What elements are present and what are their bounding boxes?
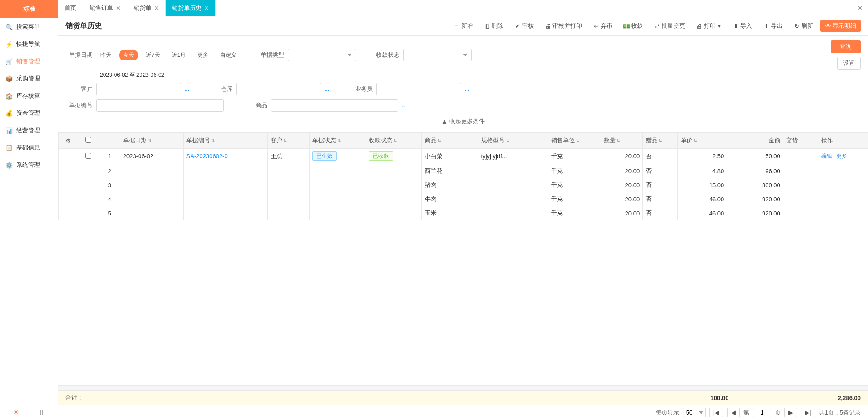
sidebar-item-inventory[interactable]: 🏠 库存核算 <box>0 87 58 105</box>
sidebar-item-finance[interactable]: 💰 资金管理 <box>0 105 58 122</box>
filter-customer-input[interactable] <box>96 83 181 95</box>
import-button[interactable]: ⬇ 导入 <box>729 20 756 32</box>
batch-change-button[interactable]: ⇄ 批量变更 <box>650 20 689 32</box>
page-size-select[interactable]: 50 100 200 <box>683 408 706 417</box>
filter-warehouse-ellipsis[interactable]: ... <box>325 86 329 92</box>
collect-icon: 💵 <box>623 23 630 29</box>
sidebar-item-basic-info[interactable]: 📋 基础信息 <box>0 139 58 156</box>
sort-order-status[interactable]: 单据状态 ⇅ <box>312 136 362 145</box>
col-pay-status[interactable]: 收款状态 ⇅ <box>366 133 421 149</box>
sort-spec[interactable]: 规格型号 ⇅ <box>481 136 545 145</box>
sort-code[interactable]: 单据编号 ⇅ <box>186 136 265 145</box>
refresh-button[interactable]: ↻ 刷新 <box>790 20 817 32</box>
date-tag-7days[interactable]: 近7天 <box>142 50 164 60</box>
filter-goods-ellipsis[interactable]: ... <box>402 102 406 109</box>
setting-button[interactable]: 设置 <box>837 57 861 70</box>
add-button[interactable]: ＋ 新增 <box>450 20 477 32</box>
sidebar-item-search-menu[interactable]: 🔍 搜索菜单 <box>0 18 58 35</box>
col-unit[interactable]: 销售单位 ⇅ <box>548 133 601 149</box>
row-checkbox-0[interactable] <box>78 149 99 164</box>
filter-staff-ellipsis[interactable]: ... <box>465 86 469 92</box>
row-pay-status-2 <box>366 178 421 192</box>
col-gift[interactable]: 赠品 ⇅ <box>643 133 678 149</box>
date-tag-yesterday[interactable]: 昨天 <box>96 50 115 60</box>
col-date[interactable]: 单据日期 ⇅ <box>120 133 183 149</box>
sort-qty[interactable]: 数量 ⇅ <box>604 136 640 145</box>
col-spec[interactable]: 规格型号 ⇅ <box>478 133 548 149</box>
sun-icon[interactable]: ☀ <box>13 408 19 416</box>
pause-icon[interactable]: ⏸ <box>38 408 45 416</box>
row-check-0[interactable] <box>85 153 91 159</box>
sort-price[interactable]: 单价 ⇅ <box>681 136 724 145</box>
row-more-btn-0[interactable]: 更多 <box>836 153 847 159</box>
sort-pay-status[interactable]: 收款状态 ⇅ <box>369 136 419 145</box>
filter-customer-ellipsis[interactable]: ... <box>185 86 189 92</box>
tab-home[interactable]: 首页 <box>58 0 83 16</box>
filter-docno-input[interactable] <box>96 99 224 112</box>
row-code-link-0[interactable]: SA-20230602-0 <box>186 153 228 160</box>
filter-warehouse-input[interactable] <box>236 83 321 95</box>
date-tag-more[interactable]: 更多 <box>193 50 212 60</box>
row-checkbox-1[interactable] <box>78 164 99 178</box>
tab-sales-delivery-close[interactable]: ✕ <box>154 5 159 11</box>
table-row: 3 猪肉 千克 20.00 否 15.00 300.00 <box>59 178 868 192</box>
select-all-checkbox[interactable] <box>85 137 91 143</box>
tab-sales-history[interactable]: 销货单历史 ✕ <box>166 0 216 16</box>
page-prev-button[interactable]: ◀ <box>727 408 740 417</box>
row-checkbox-2[interactable] <box>78 178 99 192</box>
sort-unit[interactable]: 销售单位 ⇅ <box>551 136 598 145</box>
date-tag-today[interactable]: 今天 <box>119 50 138 60</box>
sidebar-item-label: 资金管理 <box>16 109 40 117</box>
export-icon: ⬆ <box>763 23 769 29</box>
audit-print-button[interactable]: 🖨 审核并打印 <box>541 20 586 32</box>
page-next-button[interactable]: ▶ <box>784 408 797 417</box>
delete-button[interactable]: 🗑 删除 <box>480 20 507 32</box>
collapse-button[interactable]: ▲ 收起更多条件 <box>442 117 485 125</box>
tab-bar-close-all[interactable]: ✕ <box>852 5 868 11</box>
filter-goods-input[interactable] <box>271 99 398 112</box>
sidebar-item-quick-nav[interactable]: ⚡ 快捷导航 <box>0 35 58 53</box>
sort-customer[interactable]: 客户 ⇅ <box>271 136 307 145</box>
sidebar-item-sales[interactable]: 🛒 销售管理 <box>0 53 58 70</box>
sidebar-item-purchase[interactable]: 📦 采购管理 <box>0 70 58 87</box>
col-qty[interactable]: 数量 ⇅ <box>601 133 643 149</box>
col-price[interactable]: 单价 ⇅ <box>678 133 727 149</box>
collect-button[interactable]: 💵 收款 <box>620 20 647 32</box>
row-code-0[interactable]: SA-20230602-0 <box>183 149 267 164</box>
tab-sales-order[interactable]: 销售订单 ✕ <box>83 0 127 16</box>
date-tag-custom[interactable]: 自定义 <box>216 50 241 60</box>
filter-collapse-row: ▲ 收起更多条件 <box>65 115 861 127</box>
col-checkbox[interactable] <box>78 133 99 149</box>
horizontal-scrollbar[interactable] <box>58 385 868 390</box>
date-tag-1month[interactable]: 近1月 <box>168 50 190 60</box>
col-order-status[interactable]: 单据状态 ⇅ <box>310 133 366 149</box>
sidebar-item-system[interactable]: ⚙️ 系统管理 <box>0 156 58 174</box>
row-edit-btn-0[interactable]: 编辑 <box>821 153 832 159</box>
tab-sales-history-close[interactable]: ✕ <box>204 5 209 11</box>
col-code[interactable]: 单据编号 ⇅ <box>183 133 267 149</box>
filter-staff-input[interactable] <box>376 83 461 95</box>
col-settings[interactable]: ⚙ <box>59 133 78 149</box>
audit-button[interactable]: ✔ 审核 <box>511 20 537 32</box>
export-button[interactable]: ⬆ 导出 <box>759 20 786 32</box>
page-input[interactable] <box>753 408 771 417</box>
sort-goods[interactable]: 商品 ⇅ <box>425 136 475 145</box>
sort-gift[interactable]: 赠品 ⇅ <box>646 136 675 145</box>
row-checkbox-3[interactable] <box>78 192 99 206</box>
sidebar-item-operations[interactable]: 📊 经营管理 <box>0 122 58 139</box>
filter-doc-type-select[interactable] <box>288 49 356 61</box>
print-button[interactable]: 🖨 打印 ▼ <box>692 20 725 32</box>
show-detail-button[interactable]: 👁 显示明细 <box>820 20 861 32</box>
sort-date[interactable]: 单据日期 ⇅ <box>123 136 181 145</box>
query-button[interactable]: 查询 <box>831 40 861 53</box>
tab-sales-delivery[interactable]: 销货单 ✕ <box>127 0 166 16</box>
discard-button[interactable]: ↩ 弃审 <box>589 20 616 32</box>
row-checkbox-4[interactable] <box>78 206 99 220</box>
row-num-3: 4 <box>99 192 120 206</box>
tab-sales-order-close[interactable]: ✕ <box>116 5 120 11</box>
filter-pay-status-select[interactable] <box>403 49 472 61</box>
page-last-button[interactable]: ▶| <box>801 408 815 417</box>
col-goods[interactable]: 商品 ⇅ <box>422 133 478 149</box>
page-first-button[interactable]: |◀ <box>709 408 723 417</box>
col-customer[interactable]: 客户 ⇅ <box>267 133 310 149</box>
